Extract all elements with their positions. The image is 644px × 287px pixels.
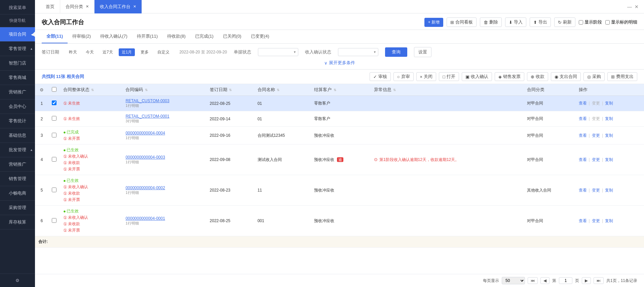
import-button[interactable]: ⬇ 导入 <box>505 17 526 27</box>
sidebar-item-retail-stats[interactable]: 零售统计 <box>0 114 35 128</box>
filter-tab-pending-confirm[interactable]: 待收入确认(7) <box>96 30 132 43</box>
filter-tab-completed[interactable]: 已完成(1) <box>190 30 218 43</box>
copy-button[interactable]: 复制 <box>605 116 613 122</box>
sidebar-item-smart-store[interactable]: 智慧门店 <box>0 56 35 71</box>
sidebar-item-project-contract[interactable]: 项目合同 ◀ <box>0 27 35 42</box>
change-button[interactable]: 变更 <box>592 100 600 106</box>
contract-code-link[interactable]: 0000000000004-0001 <box>125 216 165 221</box>
first-page-button[interactable]: ⏮ <box>528 277 538 284</box>
contract-board-button[interactable]: ⊞ 合同看板 <box>447 17 477 27</box>
filter-tab-changed[interactable]: 已变更(4) <box>246 30 274 43</box>
sidebar-item-inventory[interactable]: 库存核算 <box>0 215 35 230</box>
sort-icon[interactable]: ⇅ <box>393 88 396 92</box>
last-page-button[interactable]: ⏭ <box>594 277 604 284</box>
sales-invoice-button[interactable]: ◈ 销售发票 <box>495 72 524 81</box>
view-button[interactable]: 查看 <box>579 188 587 193</box>
copy-button[interactable]: 复制 <box>605 218 613 224</box>
sidebar-item-xiaochang-ecom[interactable]: 小畅电商 <box>0 186 35 201</box>
row-checkbox[interactable] <box>52 133 56 137</box>
collect-button[interactable]: ⊕ 收款 <box>527 72 548 81</box>
sort-icon[interactable]: ⇅ <box>277 88 279 92</box>
change-button[interactable]: 变更 <box>592 157 600 163</box>
sidebar-quick-nav[interactable]: 快捷导航 <box>0 14 35 27</box>
copy-button[interactable]: 复制 <box>605 133 613 138</box>
sidebar-item-retail-manage[interactable]: 零售管理 <box>0 42 35 56</box>
delete-button[interactable]: 🗑 删除 <box>480 17 502 27</box>
copy-button[interactable]: 复制 <box>605 188 613 193</box>
purchase-button[interactable]: ◎ 采购 <box>583 72 605 81</box>
date-btn-today[interactable]: 今天 <box>83 48 97 56</box>
sort-icon[interactable]: ⇅ <box>91 88 94 92</box>
setting-button[interactable]: 设置 <box>414 47 431 57</box>
sidebar-item-wholesale-manage[interactable]: 批发管理 <box>0 143 35 157</box>
copy-button[interactable]: 复制 <box>605 100 613 106</box>
sidebar-item-marketing[interactable]: 营销推广 <box>0 85 35 99</box>
contract-code-link[interactable]: 0000000000004-0002 <box>125 186 165 190</box>
change-button[interactable]: 变更 <box>592 218 600 224</box>
new-button[interactable]: + 新增 <box>424 18 443 27</box>
row-checkbox[interactable] <box>52 218 56 223</box>
sidebar-item-retail-mall[interactable]: 零售商城 <box>0 71 35 85</box>
contract-code-link[interactable]: RETAIL_CUSTOM-0001 <box>125 114 169 119</box>
sidebar-item-member-center[interactable]: 会员中心 <box>0 99 35 114</box>
close-window-icon[interactable]: ✕ <box>635 4 639 9</box>
row-checkbox[interactable] <box>52 188 56 192</box>
filter-tab-pending-invoice[interactable]: 待开票(11) <box>132 30 162 43</box>
expense-contract-button[interactable]: ◉ 支出合同 <box>551 72 581 81</box>
export-button[interactable]: ⬆ 导出 <box>530 17 551 27</box>
tab-income-contract[interactable]: 收入合同工作台 ✕ <box>94 0 142 13</box>
sidebar-item-purchase-manage[interactable]: 采购管理 <box>0 201 35 215</box>
view-button[interactable]: 查看 <box>579 116 587 122</box>
page-number-input[interactable] <box>559 277 572 284</box>
prev-page-button[interactable]: ◀ <box>540 277 550 284</box>
income-confirm-button[interactable]: ▣ 收入确认 <box>462 72 492 81</box>
per-page-select[interactable]: 50 100 200 <box>502 277 525 284</box>
show-stage-checkbox[interactable] <box>579 20 583 25</box>
show-stage-checkbox-label[interactable]: 显示阶段 <box>579 19 602 25</box>
sidebar-settings[interactable]: ⚙ <box>0 274 35 287</box>
date-btn-yesterday[interactable]: 昨天 <box>66 48 80 56</box>
close-icon[interactable]: ✕ <box>133 4 136 9</box>
date-btn-1month[interactable]: 近1月 <box>119 48 135 56</box>
contract-code-link[interactable]: 0000000000004-0003 <box>125 155 165 160</box>
contract-code-link[interactable]: RETAIL_CUSTOM-0003 <box>125 98 169 103</box>
confirm-select[interactable] <box>338 48 378 56</box>
tab-contract-category[interactable]: 合同分类 ✕ <box>60 0 94 13</box>
filter-tab-all[interactable]: 全部(11) <box>42 30 68 43</box>
view-button[interactable]: 查看 <box>579 218 587 224</box>
next-page-button[interactable]: ▶ <box>582 277 591 284</box>
open-contract-button[interactable]: □ 打开 <box>439 72 459 81</box>
sidebar-search[interactable]: 搜索菜单 <box>0 0 35 14</box>
expense-output-button[interactable]: ⊞ 费用支出 <box>607 72 637 81</box>
view-button[interactable]: 查看 <box>579 100 587 106</box>
filter-tab-closed[interactable]: 已关闭(0) <box>218 30 246 43</box>
change-button[interactable]: 变更 <box>592 188 600 193</box>
copy-button[interactable]: 复制 <box>605 157 613 163</box>
close-icon[interactable]: ✕ <box>86 4 89 9</box>
column-setting-icon[interactable]: ⚙ <box>40 87 44 92</box>
show-flag-checkbox-label[interactable]: 显示标的明细 <box>605 19 637 25</box>
abandon-audit-button[interactable]: ○ 弃审 <box>393 72 414 81</box>
view-button[interactable]: 查看 <box>579 133 587 138</box>
change-button[interactable]: 变更 <box>592 133 600 138</box>
change-button[interactable]: 变更 <box>592 116 600 122</box>
expand-more-button[interactable]: ∨ 展开更多条件 <box>324 60 355 66</box>
date-btn-more[interactable]: 更多 <box>138 48 152 56</box>
date-btn-custom[interactable]: 自定义 <box>154 48 173 56</box>
tab-home[interactable]: 首页 <box>40 0 60 13</box>
row-checkbox[interactable] <box>52 157 56 162</box>
sort-icon[interactable]: ⇅ <box>145 88 148 92</box>
minimize-icon[interactable]: — <box>627 4 632 9</box>
refresh-button[interactable]: ↻ 刷新 <box>554 17 575 27</box>
view-button[interactable]: 查看 <box>579 157 587 163</box>
sidebar-item-sales-manage[interactable]: 销售管理 <box>0 172 35 186</box>
row-checkbox[interactable] <box>52 100 56 105</box>
filter-tab-pending-review[interactable]: 待审核(2) <box>68 30 96 43</box>
audit-button[interactable]: ✓ 审核 <box>370 72 391 81</box>
show-flag-checkbox[interactable] <box>605 20 610 25</box>
date-btn-7days[interactable]: 近7天 <box>100 48 116 56</box>
sort-icon[interactable]: ⇅ <box>334 88 336 92</box>
row-checkbox[interactable] <box>52 116 56 121</box>
select-all-checkbox[interactable] <box>52 87 56 92</box>
sidebar-item-basic-info[interactable]: 基础信息 <box>0 128 35 143</box>
